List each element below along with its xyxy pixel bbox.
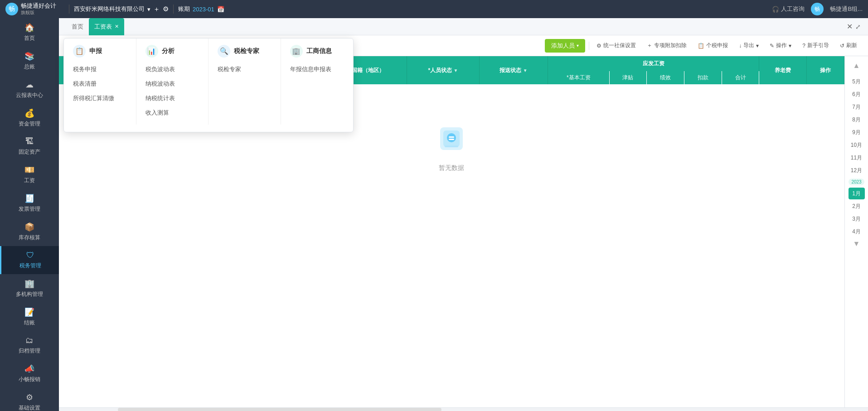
window-expand-icon[interactable]: ⤢ [855, 23, 861, 30]
export-btn[interactable]: ↓ 导出 ▾ [735, 40, 762, 51]
th-pension: 养老费 [759, 56, 807, 84]
home-icon: 🏠 [24, 23, 34, 33]
divider1 [589, 42, 589, 50]
sidebar-label-invoice: 发票管理 [19, 205, 40, 213]
th-deduction: 扣款 [684, 71, 722, 84]
timeline-month-10[interactable]: 10月 [849, 139, 865, 151]
th-performance: 绩效 [647, 71, 684, 84]
sidebar-item-inventory[interactable]: 📦 库存核算 [0, 218, 59, 246]
timeline-month-7[interactable]: 7月 [849, 101, 865, 113]
refresh-btn[interactable]: ↺ 刷新 [836, 40, 861, 51]
dropdown-item-income-tax[interactable]: 所得税汇算清缴 [73, 91, 127, 106]
tax-report-label: 个税申报 [706, 42, 728, 49]
dropdown-col-report-header: 📋 申报 [73, 39, 127, 62]
ledger-icon: 📚 [24, 51, 34, 61]
sidebar-item-multi[interactable]: 🏢 多机构管理 [0, 274, 59, 303]
sidebar-item-expense[interactable]: 📣 小畅报销 [0, 359, 59, 388]
expense-icon: 📣 [24, 364, 34, 374]
th-base-wage: *基本工资 [548, 71, 609, 84]
calendar-icon[interactable]: 📅 [217, 6, 224, 13]
user-avatar[interactable]: 畅 [811, 3, 824, 15]
add-person-arrow: ▾ [577, 43, 579, 48]
chevron-down-icon[interactable]: ▾ [147, 6, 150, 13]
report-col-title: 申报 [89, 47, 102, 55]
timeline-month-4[interactable]: 4月 [849, 226, 865, 237]
sidebar-item-archive[interactable]: 🗂 归档管理 [0, 331, 59, 359]
dropdown-item-tax-stats[interactable]: 纳税统计表 [145, 91, 199, 106]
th-status: *人员状态 ▼ [407, 56, 480, 84]
sidebar-item-funds[interactable]: 💰 资金管理 [0, 104, 59, 132]
sidebar-item-invoice[interactable]: 🧾 发票管理 [0, 189, 59, 218]
add-person-button[interactable]: 添加人员 ▾ [545, 39, 585, 53]
timeline-month-2[interactable]: 2月 [849, 200, 865, 212]
sidebar-item-tax[interactable]: 🛡 税务管理 [0, 246, 59, 274]
tax-icon: 🛡 [26, 251, 34, 260]
sidebar-item-assets[interactable]: 🏗 固定资产 [0, 132, 59, 160]
dropdown-item-annual-report[interactable]: 年报信息申报表 [290, 62, 344, 77]
timeline-year-badge: 2023 [849, 179, 864, 185]
sidebar-label-assets: 固定资产 [19, 148, 40, 156]
social-insurance-icon: ⚙ [596, 43, 601, 49]
support-btn[interactable]: 🎧 人工咨询 [772, 5, 805, 13]
sidebar-label-archive: 归档管理 [19, 347, 40, 355]
app-title: 畅捷通好会计 [21, 2, 56, 10]
dropdown-col-analysis: 📊 分析 税负波动表 纳税波动表 纳税统计表 收入测算 [136, 39, 209, 125]
timeline-down-nav[interactable]: ▼ [851, 238, 862, 250]
tax-report-btn[interactable]: 📋 个税申报 [694, 40, 732, 51]
dropdown-item-expert[interactable]: 税检专家 [218, 62, 272, 77]
add-company-icon[interactable]: ＋ [153, 5, 160, 14]
dropdown-item-tax-pay-fluctuation[interactable]: 纳税波动表 [145, 77, 199, 91]
dropdown-item-tax-burden[interactable]: 税负波动表 [145, 62, 199, 77]
export-icon: ↓ [739, 43, 742, 49]
sep1 [69, 5, 69, 14]
timeline-month-8[interactable]: 8月 [849, 114, 865, 126]
dropdown-item-tax-table[interactable]: 税表清册 [73, 77, 127, 91]
timeline-month-5[interactable]: 5月 [849, 76, 865, 87]
sidebar-item-close[interactable]: 📝 结账 [0, 303, 59, 331]
timeline-month-12[interactable]: 12月 [849, 164, 865, 176]
headset-icon: 🎧 [772, 6, 779, 13]
company-selector[interactable]: 西安虾米网络科技有限公司 ▾ ＋ ⚙ [74, 5, 169, 14]
report-col-icon: 📋 [73, 45, 86, 58]
sidebar-item-ledger[interactable]: 📚 总账 [0, 47, 59, 75]
bottom-scrollbar[interactable] [59, 407, 868, 411]
invoice-icon: 🧾 [24, 193, 34, 203]
archive-icon: 🗂 [25, 336, 34, 345]
sidebar-item-cloud[interactable]: ☁ 云报表中心 [0, 75, 59, 104]
empty-icon [433, 121, 470, 157]
tab-home[interactable]: 首页 [66, 18, 89, 35]
funds-icon: 💰 [24, 108, 34, 118]
window-close-icon[interactable]: ✕ [847, 22, 853, 31]
operation-btn[interactable]: ✎ 操作 ▾ [766, 40, 795, 51]
sidebar-label-funds: 资金管理 [19, 120, 40, 128]
th-allowance: 津贴 [609, 71, 647, 84]
empty-text: 暂无数据 [439, 164, 464, 172]
user-name[interactable]: 畅捷通B组... [830, 5, 863, 13]
timeline-month-9[interactable]: 9月 [849, 126, 865, 138]
settings-icon[interactable]: ⚙ [163, 5, 169, 13]
special-deduction-label: 专项附加扣除 [654, 42, 687, 49]
timeline-month-3[interactable]: 3月 [849, 213, 865, 225]
special-deduction-btn[interactable]: ＋ 专项附加扣除 [643, 40, 690, 51]
dropdown-item-tax-report[interactable]: 税务申报 [73, 62, 127, 77]
timeline-month-6[interactable]: 6月 [849, 88, 865, 100]
company-name: 西安虾米网络科技有限公司 [74, 5, 145, 13]
social-insurance-btn[interactable]: ⚙ 统一社保设置 [593, 40, 640, 51]
dropdown-item-income-estimate[interactable]: 收入测算 [145, 106, 199, 120]
timeline-month-11[interactable]: 11月 [849, 152, 865, 164]
operation-label: 操作 [776, 42, 787, 49]
tab-close-icon[interactable]: ✕ [115, 24, 119, 29]
sidebar-item-settings[interactable]: ⚙ 基础设置 [0, 388, 59, 411]
sidebar-label-close: 结账 [24, 319, 35, 327]
guide-btn[interactable]: ? 新手引导 [799, 40, 833, 51]
sidebar-label-multi: 多机构管理 [16, 290, 43, 298]
sidebar-item-home[interactable]: 🏠 首页 [0, 18, 59, 47]
business-col-icon: 🏢 [290, 45, 303, 58]
timeline-up-nav[interactable]: ▲ [851, 60, 862, 72]
dropdown-grid: 📋 申报 税务申报 税表清册 所得税汇算清缴 📊 分析 税负波动表 纳税波动表 … [64, 39, 353, 125]
sidebar-item-salary[interactable]: 💴 工资 [0, 160, 59, 189]
timeline-month-1[interactable]: 1月 [849, 188, 865, 199]
sidebar-label-inventory: 库存核算 [19, 234, 40, 242]
main-layout: 🏠 首页 📚 总账 ☁ 云报表中心 💰 资金管理 🏗 固定资产 💴 工资 🧾 发… [0, 18, 868, 411]
tab-salary[interactable]: 工资表 ✕ [89, 18, 124, 35]
